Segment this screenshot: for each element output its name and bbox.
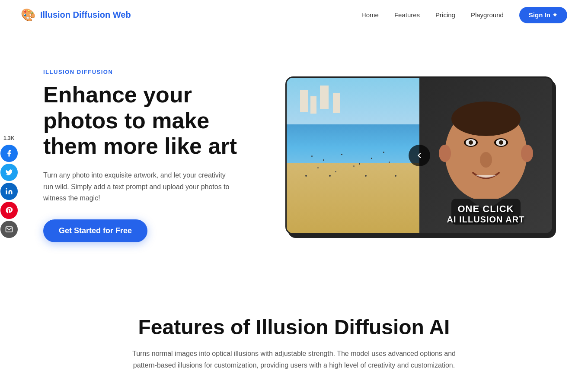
person-dot (365, 175, 367, 177)
hero-image-inner: ONE CLICK AI ILLUSION ART (287, 78, 552, 233)
facebook-share-button[interactable] (0, 145, 18, 162)
svg-point-13 (521, 145, 533, 162)
panel-arrow-icon (409, 145, 430, 166)
social-sidebar: 1.3K (0, 133, 18, 238)
overlay-line1: ONE CLICK (424, 203, 548, 215)
hero-description: Turn any photo into exquisite artwork, a… (43, 170, 233, 204)
svg-point-8 (469, 140, 473, 145)
person-dot (389, 162, 390, 163)
svg-point-12 (439, 145, 451, 162)
svg-point-1 (6, 188, 7, 189)
navbar: 🎨 Illusion Diffusion Web Home Features P… (0, 0, 588, 30)
logo-icon: 🎨 (21, 8, 36, 22)
svg-point-10 (480, 152, 492, 168)
building-4 (333, 93, 340, 113)
building-1 (300, 90, 308, 112)
nav-pricing[interactable]: Pricing (435, 11, 455, 19)
building-3 (320, 86, 329, 109)
hero-tag: ILLUSION DIFFUSION (43, 69, 259, 75)
signin-button[interactable]: Sign In ✦ (519, 7, 567, 23)
logo-link[interactable]: 🎨 Illusion Diffusion Web (21, 8, 131, 22)
person-dot (317, 167, 319, 168)
svg-point-3 (451, 101, 521, 136)
pinterest-share-button[interactable] (0, 202, 18, 219)
hero-section: ILLUSION DIFFUSION Enhance your photos t… (0, 30, 588, 281)
nav-links: Home Features Pricing Playground Sign In… (361, 7, 567, 23)
logo-text: Illusion Diffusion Web (40, 10, 131, 20)
person-dot (353, 165, 355, 167)
beach-panel (287, 78, 419, 233)
person-dot (371, 158, 372, 159)
nav-home[interactable]: Home (361, 11, 379, 19)
features-description: Turns normal images into optical illusio… (121, 348, 467, 371)
twitter-share-button[interactable] (0, 164, 18, 181)
image-overlay-text: ONE CLICK AI ILLUSION ART (419, 203, 552, 225)
person-dot (323, 159, 324, 161)
hero-image-panel: ONE CLICK AI ILLUSION ART (285, 76, 553, 235)
crowd-area (293, 148, 412, 187)
features-section: Features of Illusion Diffusion AI Turns … (0, 281, 588, 371)
person-dot (395, 175, 396, 177)
person-dot (329, 175, 331, 177)
person-dot (335, 171, 336, 172)
hero-image-container: ONE CLICK AI ILLUSION ART (285, 76, 553, 235)
person-dot (341, 154, 342, 155)
features-title: Features of Illusion Diffusion AI (35, 315, 553, 339)
overlay-line2: AI ILLUSION ART (424, 215, 548, 225)
person-dot (383, 152, 384, 153)
person-dot (359, 163, 360, 165)
svg-point-9 (499, 140, 503, 145)
nav-features[interactable]: Features (394, 11, 420, 19)
nav-playground[interactable]: Playground (471, 11, 504, 19)
person-dot (311, 155, 313, 157)
get-started-button[interactable]: Get Started for Free (43, 219, 147, 242)
hero-left-content: ILLUSION DIFFUSION Enhance your photos t… (43, 69, 259, 243)
person-dot (305, 175, 307, 177)
email-share-button[interactable] (0, 221, 18, 238)
linkedin-share-button[interactable] (0, 183, 18, 200)
svg-rect-0 (6, 190, 7, 194)
social-count: 1.3K (0, 133, 18, 143)
hero-title: Enhance your photos to make them more li… (43, 82, 259, 159)
building-2 (310, 96, 316, 114)
